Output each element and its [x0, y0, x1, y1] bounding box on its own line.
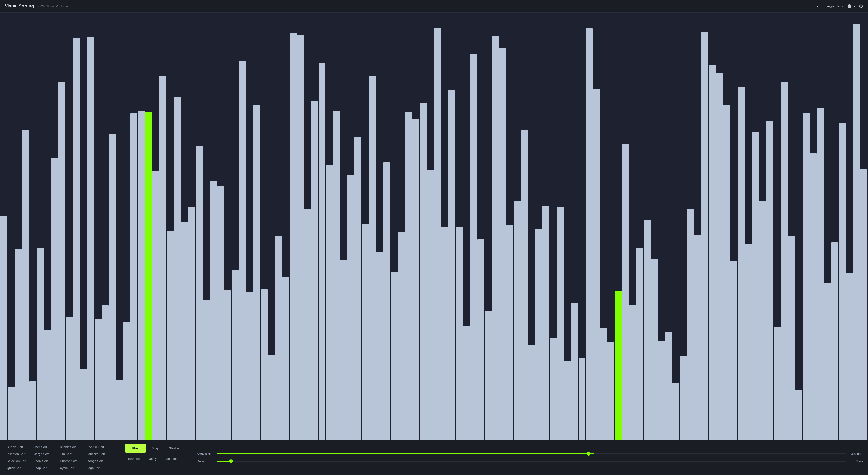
bar: [824, 282, 831, 440]
bar: [644, 220, 651, 440]
bar: [535, 229, 542, 440]
algo-btn-cocktail-sort[interactable]: Cocktail Sort: [84, 444, 111, 450]
bar: [181, 222, 188, 440]
bar: [188, 207, 195, 440]
bar: [615, 291, 622, 440]
algo-btn-bitonic-sort[interactable]: Bitonic Sort: [58, 444, 84, 450]
valley-button[interactable]: Valley: [145, 455, 160, 462]
bar: [340, 260, 347, 440]
bar: [730, 261, 737, 440]
bar: [629, 305, 636, 440]
bar: [369, 76, 376, 440]
bar: [268, 354, 275, 440]
algo-btn-stooge-sort[interactable]: Stooge Sort: [84, 457, 111, 464]
sound-control[interactable]: Triangle Sine Square Sawtooth: [816, 4, 844, 8]
algo-btn-gnome-sort[interactable]: Gnome Sort: [58, 457, 84, 464]
bar: [831, 242, 838, 440]
bar: [29, 381, 36, 440]
algo-btn-shell-sort[interactable]: Shell Sort: [31, 444, 58, 450]
bar: [15, 249, 22, 440]
github-link[interactable]: [859, 4, 863, 8]
start-button[interactable]: Start: [125, 444, 146, 452]
algo-btn-pancake-sort[interactable]: Pancake Sort: [84, 451, 111, 457]
bar: [738, 87, 745, 440]
chevron-down-icon: [841, 5, 844, 8]
bar: [116, 380, 123, 440]
bar: [767, 121, 774, 440]
bar: [600, 328, 607, 440]
bar: [87, 37, 94, 440]
bar: [745, 244, 752, 440]
bar: [846, 273, 853, 440]
delay-value: 2 ms: [849, 459, 863, 463]
algo-btn-tim-sort[interactable]: Tim Sort: [58, 451, 84, 457]
bar: [239, 61, 246, 440]
divider-2: [190, 444, 190, 471]
sound-type-select[interactable]: Triangle Sine Square Sawtooth: [822, 4, 840, 8]
delay-label: Delay: [197, 459, 214, 463]
bar: [622, 144, 629, 440]
bar: [499, 48, 506, 440]
algo-btn-insertion-sort[interactable]: Insertion Sort: [5, 451, 31, 457]
bar: [456, 227, 463, 440]
bar: [391, 272, 398, 440]
action-buttons: Start Step Shuffle: [125, 444, 183, 452]
reverse-button[interactable]: Reverse: [125, 455, 143, 462]
bar: [51, 158, 58, 440]
bar: [853, 24, 860, 440]
algorithm-grid: Bubble SortShell SortBitonic SortCocktai…: [5, 444, 111, 471]
bar: [434, 28, 441, 440]
bar: [275, 236, 282, 440]
algo-btn-merge-sort[interactable]: Merge Sort: [31, 451, 58, 457]
bar: [550, 338, 557, 440]
bar: [774, 327, 781, 440]
bar: [716, 73, 723, 440]
bar: [810, 154, 817, 440]
visualization-area: [0, 12, 868, 440]
mountain-button[interactable]: Mountain: [162, 455, 182, 462]
bar: [528, 345, 535, 440]
bar: [304, 209, 311, 440]
bar: [326, 165, 333, 440]
delay-slider[interactable]: [217, 461, 846, 462]
algo-btn-selection-sort[interactable]: Selection Sort: [5, 457, 31, 464]
bar: [448, 90, 456, 440]
algo-btn-cycle-sort[interactable]: Cycle Sort: [58, 465, 84, 471]
bar: [506, 225, 513, 440]
array-size-slider[interactable]: [217, 453, 846, 454]
bar: [159, 76, 166, 440]
bar: [289, 33, 297, 440]
algo-btn-radix-sort[interactable]: Radix Sort: [31, 457, 58, 464]
bar: [166, 231, 174, 440]
bar: [607, 342, 614, 440]
bar: [123, 321, 130, 440]
bar: [687, 209, 694, 440]
step-button[interactable]: Step: [148, 444, 163, 452]
bar: [427, 170, 434, 440]
shuffle-button[interactable]: Shuffle: [165, 444, 183, 452]
bar: [571, 303, 579, 440]
array-size-track: [217, 453, 846, 454]
bar: [680, 356, 687, 440]
bar: [781, 82, 788, 440]
algo-btn-bogo-sort[interactable]: Bogo Sort: [84, 465, 111, 471]
algo-btn-heap-sort[interactable]: Heap Sort: [31, 465, 58, 471]
bar: [441, 227, 448, 440]
bar: [803, 113, 810, 440]
bar: [521, 130, 528, 440]
bar: [702, 32, 708, 440]
array-size-label: Array size: [197, 452, 214, 455]
globe-control[interactable]: [847, 4, 856, 8]
speaker-icon: [816, 4, 820, 8]
bar: [217, 186, 224, 440]
bar: [860, 169, 867, 440]
bar: [195, 146, 203, 440]
bar: [470, 54, 477, 440]
algo-btn-bubble-sort[interactable]: Bubble Sort: [5, 444, 31, 450]
bar: [817, 108, 824, 440]
bar: [673, 382, 679, 440]
algo-btn-quick-sort[interactable]: Quick Sort: [5, 465, 31, 471]
bar: [651, 259, 658, 440]
bar: [297, 35, 304, 440]
controls-area: Bubble SortShell SortBitonic SortCocktai…: [0, 440, 868, 475]
